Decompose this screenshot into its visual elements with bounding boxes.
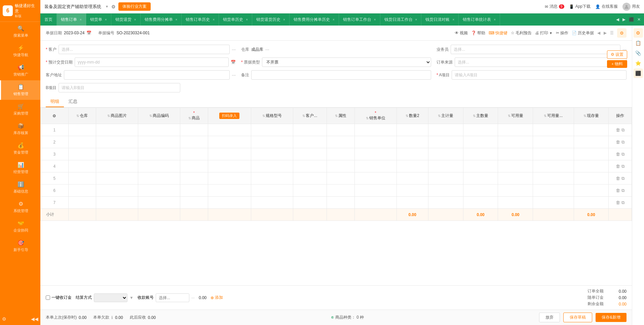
next-arrow[interactable]: ▶ — [604, 31, 607, 35]
b-project-input[interactable] — [59, 83, 180, 92]
copy-icon[interactable]: ⧉ — [621, 164, 624, 169]
customer-address-input[interactable] — [64, 70, 230, 80]
sidebar-item-库存核算[interactable]: 📦 库存核算 — [0, 119, 40, 139]
copy-icon[interactable]: ⧉ — [621, 139, 624, 145]
sidebar-item-快捷导航[interactable]: ⚡ 快捷导航 — [0, 41, 40, 61]
view-btn[interactable]: 👁 视频 — [455, 30, 468, 36]
payment-method-select[interactable] — [94, 293, 127, 302]
nav-tab-9[interactable]: 销售订单工作台× — [339, 13, 380, 26]
payment-dropdown-icon[interactable]: ▼ — [129, 295, 134, 300]
cell-actions[interactable]: 🗑 ⧉ — [609, 160, 632, 172]
solution-button[interactable]: 体验行业方案 — [118, 2, 151, 11]
app-download-item[interactable]: 📱 App下载 — [569, 4, 591, 9]
nav-tab-11[interactable]: 钱货日清对账× — [421, 13, 459, 26]
nav-tab-close[interactable]: × — [176, 18, 178, 22]
nav-tab-close[interactable]: × — [452, 18, 454, 22]
rs-attach-icon[interactable]: 📋 — [634, 38, 643, 48]
copy-icon[interactable]: ⧉ — [621, 188, 624, 193]
sidebar-item-采购管理[interactable]: 🛒 采购管理 — [0, 100, 40, 119]
one-click-checkbox-input[interactable] — [46, 295, 50, 300]
nav-next-arrow[interactable]: ▶ — [621, 16, 627, 23]
cell-actions[interactable]: 🗑 ⧉ — [609, 185, 632, 197]
history-btn[interactable]: 📄 历史单据 — [572, 30, 594, 36]
nav-tab-close[interactable]: × — [213, 18, 215, 22]
print-btn[interactable]: 🖨 打印 ▼ — [535, 30, 553, 36]
list-view-icon[interactable]: ☰ — [610, 31, 614, 35]
sidebar-item-搜索菜单[interactable]: 🔍 搜索菜单 — [0, 22, 40, 41]
delete-icon[interactable]: 🗑 — [616, 188, 620, 193]
customer-input[interactable] — [59, 45, 230, 54]
online-service-item[interactable]: 👤 在线客服 — [595, 4, 618, 9]
cell-actions[interactable]: 🗑 ⧉ — [609, 148, 632, 160]
add-item-btn[interactable]: + 物料 — [607, 60, 627, 68]
nav-tab-close[interactable]: × — [134, 18, 136, 22]
sidebar-item-系统管理[interactable]: ⚙ 系统管理 — [0, 197, 40, 217]
sidebar-item-经营管理[interactable]: 📊 经营管理 — [0, 158, 40, 178]
nav-tab-7[interactable]: 销货退货历史× — [252, 13, 290, 26]
nav-tab-0[interactable]: 首页 — [40, 13, 57, 26]
sidebar-item-新手引导[interactable]: 🎯 新手引导 — [0, 236, 40, 256]
settings-btn[interactable]: ⚙ 设置 — [607, 50, 627, 59]
nav-tab-close[interactable]: × — [333, 18, 335, 22]
remark-input[interactable] — [251, 70, 431, 80]
delete-icon[interactable]: 🗑 — [616, 164, 620, 169]
nav-tab-close[interactable]: × — [494, 18, 496, 22]
rs-star-icon[interactable]: 📎 — [634, 48, 643, 58]
add-payment-btn[interactable]: ⊕ 添加 — [211, 295, 223, 300]
nav-tab-3[interactable]: 销货退货× — [111, 13, 141, 26]
sidebar-item-基础信息[interactable]: ℹ️ 基础信息 — [0, 178, 40, 197]
topbar-settings-icon[interactable]: ⚙ — [111, 4, 116, 9]
scan-btn[interactable]: 扫码录入 — [219, 113, 239, 119]
message-item[interactable]: ✉ 消息 9 — [545, 4, 564, 9]
delete-icon[interactable]: 🗑 — [616, 152, 620, 157]
salesperson-input[interactable] — [451, 45, 620, 54]
cell-actions[interactable]: 🗑 ⧉ — [609, 197, 632, 209]
nav-tab-close[interactable]: × — [105, 18, 107, 22]
nav-tab-2[interactable]: 销货单× — [86, 13, 111, 26]
customer-more-icon[interactable]: ··· — [232, 47, 236, 52]
cell-actions[interactable]: 🗑 ⧉ — [609, 136, 632, 148]
copy-icon[interactable]: ⧉ — [621, 176, 624, 181]
nav-tab-1[interactable]: 销售订单× — [57, 13, 86, 26]
save-button[interactable]: 保存&新增 — [596, 313, 627, 322]
settings-orange-icon[interactable]: ⚙ — [617, 28, 627, 38]
nav-expand-icon[interactable]: ⬛ — [628, 16, 635, 23]
current-amount-icon[interactable]: ℹ — [111, 315, 113, 320]
nav-tab-close[interactable]: × — [374, 18, 376, 22]
sidebar-item-企业协同[interactable]: 🤝 企业协同 — [0, 217, 40, 236]
one-click-checkbox[interactable]: 一键收订金 — [46, 295, 72, 300]
discard-button[interactable]: 放弃 — [539, 313, 560, 322]
nav-tab-5[interactable]: 销售订单历史× — [182, 13, 219, 26]
table-wrap[interactable]: ⚙⇅仓库⇅商品图片⇅商品编码⇅商品扫码录入⇅规格型号⇅客户...⇅属性⇅销售单位… — [40, 108, 632, 285]
nav-close-icon[interactable]: ✕ — [636, 16, 642, 23]
print-dropdown-icon[interactable]: ▼ — [549, 31, 553, 35]
prev-arrow[interactable]: ◀ — [597, 31, 600, 35]
user-item[interactable]: 用友 — [622, 3, 640, 11]
nav-tab-close[interactable]: × — [415, 18, 417, 22]
nav-prev-arrow[interactable]: ◀ — [615, 16, 620, 23]
cell-actions[interactable]: 🗑 ⧉ — [609, 172, 632, 185]
a-project-input[interactable] — [452, 70, 627, 80]
nav-tab-close[interactable]: × — [80, 18, 82, 22]
nav-tab-close[interactable]: × — [246, 18, 248, 22]
copy-icon[interactable]: ⧉ — [621, 152, 624, 157]
calendar-icon[interactable]: 📅 — [86, 31, 91, 35]
tab-汇总[interactable]: 汇总 — [64, 96, 82, 107]
settings-icon[interactable]: ⚙ — [2, 316, 6, 322]
sidebar-item-销售管理[interactable]: 📋 销售管理 — [0, 80, 40, 100]
shortcut-btn[interactable]: ⌨ 快捷键 — [489, 30, 507, 36]
copy-icon[interactable]: ⧉ — [621, 127, 624, 133]
delete-icon[interactable]: 🗑 — [616, 176, 620, 181]
nav-tab-12[interactable]: 销售订单统计表× — [459, 13, 500, 26]
draft-button[interactable]: 保存草稿 — [563, 313, 592, 322]
delete-icon[interactable]: 🗑 — [616, 200, 620, 205]
tab-明细[interactable]: 明细 — [46, 96, 64, 107]
order-source-input[interactable] — [455, 57, 627, 67]
copy-icon[interactable]: ⧉ — [621, 200, 624, 205]
help-btn[interactable]: ❓ 帮助 — [471, 30, 485, 36]
rs-qr-icon[interactable]: ⬛ — [634, 69, 643, 78]
delivery-cal-icon[interactable]: 📅 — [231, 60, 236, 65]
warehouse-more-icon[interactable]: ··· — [265, 47, 269, 52]
delivery-date-input[interactable] — [75, 57, 229, 67]
nav-tab-4[interactable]: 销售费用分摊单× — [141, 13, 182, 26]
